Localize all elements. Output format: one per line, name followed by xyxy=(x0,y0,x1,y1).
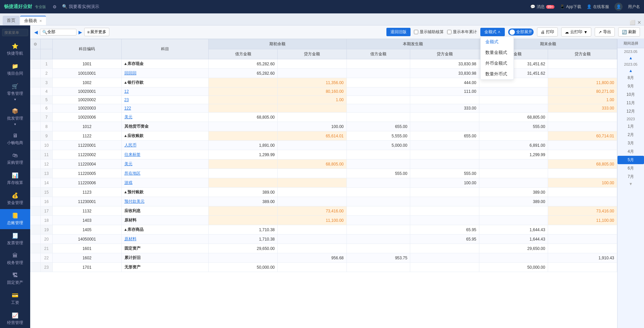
sidebar-item-inventory[interactable]: 📊 库存核算 xyxy=(0,169,30,189)
cell-name[interactable]: 所在地区 xyxy=(121,169,209,178)
period-month-9[interactable]: 9月 xyxy=(618,82,644,90)
search-box[interactable]: 🔍 xyxy=(40,29,76,36)
period-month-11[interactable]: 11月 xyxy=(618,99,644,107)
tab-close-icon[interactable]: ✕ xyxy=(39,19,42,23)
sidebar-item-label: 项目合同 xyxy=(7,71,23,76)
format-option-qty-amount[interactable]: 数量金额式 xyxy=(481,47,514,58)
sidebar-item-label: 固定资产 xyxy=(7,280,23,285)
refresh-btn[interactable]: 🔄 刷新 xyxy=(618,27,640,37)
cell-period-credit xyxy=(410,263,479,272)
sidebar-item-label: 小畅电商 xyxy=(7,140,23,146)
table-row: 3 1002 ▴ 银行存款 11,356.00 444.00 11,800.00 xyxy=(31,78,617,87)
nav-right-icon[interactable]: ▶ xyxy=(78,29,82,35)
maximize-icon[interactable]: ⬜ xyxy=(630,20,635,25)
sidebar-item-funds[interactable]: 💰 资金管理 xyxy=(0,189,30,209)
cell-name: ▴ 银行存款 xyxy=(121,78,209,87)
period-month-3[interactable]: 3月 xyxy=(618,139,644,147)
sidebar-item-project[interactable]: 📁 项目合同 xyxy=(0,60,30,80)
expand-more-btn[interactable]: ≡ 展开更多 xyxy=(84,28,109,36)
demo-link[interactable]: 🔍 我要看实例演示 xyxy=(62,4,99,10)
period-month-8[interactable]: 8月 xyxy=(618,74,644,82)
sidebar-item-operations[interactable]: 📈 经营管理 xyxy=(0,309,30,328)
sidebar-item-quick-nav[interactable]: ⭐ 快捷导航 xyxy=(0,40,30,60)
cell-closing-credit: 1.00 xyxy=(548,96,617,104)
return-old-btn[interactable]: 退回旧版 xyxy=(386,28,411,36)
cell-closing-credit xyxy=(548,122,617,131)
th-name: 科目 xyxy=(121,39,209,59)
show-ytd-checkbox[interactable]: 显示本年累计 xyxy=(447,29,477,35)
expand-all-toggle[interactable]: 全部展开 xyxy=(508,28,534,36)
cell-opening-credit: 65,614.01 xyxy=(277,131,346,141)
period-scroll-down[interactable]: ▼ xyxy=(618,181,644,187)
sidebar-item-salary[interactable]: 💳 工资 xyxy=(0,289,30,309)
cell-period-debit xyxy=(346,113,410,122)
cell-row-num: 8 xyxy=(41,122,53,131)
format-btn-label[interactable]: 金额式 ∧ xyxy=(480,28,505,36)
cell-name[interactable]: 美元 xyxy=(121,159,209,169)
cell-settings xyxy=(31,225,41,235)
sidebar-item-ecommerce[interactable]: 🖥 小畅电商 xyxy=(0,129,30,149)
cell-closing-debit xyxy=(479,96,548,104)
settings-icon[interactable]: ⚙ xyxy=(53,4,57,9)
period-scroll-up2[interactable]: ▲ xyxy=(618,68,644,74)
period-month-12[interactable]: 12月 xyxy=(618,107,644,116)
tab-balance[interactable]: 余额表 ✕ xyxy=(20,16,46,25)
cell-name[interactable]: 美元 xyxy=(121,113,209,122)
cell-period-credit: 65.95 xyxy=(410,235,479,244)
app-download-btn[interactable]: 📱 App下载 xyxy=(560,4,581,10)
nav-left-icon[interactable]: ◀ xyxy=(34,29,38,35)
user-avatar[interactable]: 👤 xyxy=(614,3,623,11)
sidebar-item-assets[interactable]: 🏗 固定资产 xyxy=(0,269,30,289)
period-scroll-up[interactable]: ▲ xyxy=(618,55,644,61)
period-month-10[interactable]: 10月 xyxy=(618,90,644,99)
cell-name[interactable]: 回回回 xyxy=(121,69,209,78)
cell-code: 10020002 xyxy=(53,96,122,104)
period-month-5[interactable]: 5月 xyxy=(618,156,644,164)
settings-icon[interactable]: ⚙ xyxy=(34,42,37,47)
sidebar-item-invoice[interactable]: 🧾 发票管理 xyxy=(0,229,30,249)
cell-name[interactable]: 预付款美元 xyxy=(121,197,209,206)
show-assistant-checkbox[interactable]: 显示辅助核算 xyxy=(414,29,444,35)
sidebar-item-accounting[interactable]: 📒 总账管理 xyxy=(0,209,30,229)
search-input[interactable] xyxy=(47,30,74,35)
period-month-1[interactable]: 1月 xyxy=(618,122,644,131)
export-btn[interactable]: ↗ 导出 xyxy=(595,27,615,37)
format-option-qty-foreign[interactable]: 数量外币式 xyxy=(481,69,514,79)
period-month-2[interactable]: 2月 xyxy=(618,131,644,139)
cell-name[interactable]: 23 xyxy=(121,96,209,104)
cell-settings xyxy=(31,197,41,206)
online-service-btn[interactable]: 👤 在线客服 xyxy=(587,4,609,10)
sidebar-item-purchase[interactable]: 🛍 采购管理 xyxy=(0,149,30,169)
cell-name[interactable]: 原材料 xyxy=(121,235,209,244)
period-month-7[interactable]: 7月 xyxy=(618,173,644,181)
table-row: 1 1001 ▴ 库存现金 65,282.60 33,830.98 31,451… xyxy=(31,59,617,69)
period-month-4[interactable]: 4月 xyxy=(618,147,644,156)
close-window-icon[interactable]: ✕ xyxy=(637,20,641,25)
sidebar-search-box[interactable] xyxy=(0,25,30,40)
table-row: 6 10020003 122 333.00 333.00 xyxy=(31,104,617,113)
tab-home[interactable]: 首页 xyxy=(3,16,19,25)
sidebar-item-wholesale[interactable]: 📦 批发管理 ▼ xyxy=(0,105,30,129)
format-option-foreign-amount[interactable]: 外币金额式 xyxy=(481,58,514,69)
message-btn[interactable]: 💬 消息 99+ xyxy=(530,4,554,10)
print-btn[interactable]: 🖨 打印 xyxy=(537,27,558,37)
sidebar-item-retail[interactable]: 🛒 零售管理 ▼ xyxy=(0,80,30,105)
cell-opening-debit: 68,805.00 xyxy=(209,113,278,122)
format-option-amount[interactable]: 金额式 xyxy=(481,37,514,47)
th-opening-debit: 借方金额 xyxy=(209,49,278,59)
search-input[interactable] xyxy=(2,29,28,36)
period-month-6[interactable]: 6月 xyxy=(618,164,644,173)
cell-name[interactable]: 122 xyxy=(121,104,209,113)
cell-code: 1122 xyxy=(53,131,122,141)
cell-name: ▴ 预付账款 xyxy=(121,188,209,197)
cloud-print-btn[interactable]: ☁ 云打印 ▼ xyxy=(561,27,591,37)
cell-code: 1001 xyxy=(53,59,122,69)
cell-name[interactable]: 12 xyxy=(121,87,209,96)
cell-name[interactable]: 游戏 xyxy=(121,178,209,188)
cell-period-credit: 655.00 xyxy=(410,131,479,141)
th-settings[interactable]: ⚙ xyxy=(31,39,41,49)
cell-name[interactable]: 往来标签 xyxy=(121,150,209,159)
cell-name[interactable]: 人民币 xyxy=(121,141,209,150)
format-dropdown-btn[interactable]: 金额式 ∧ 金额式 数量金额式 外币金额式 数量外币式 xyxy=(480,28,505,36)
sidebar-item-tax[interactable]: 🏛 税务管理 xyxy=(0,249,30,269)
